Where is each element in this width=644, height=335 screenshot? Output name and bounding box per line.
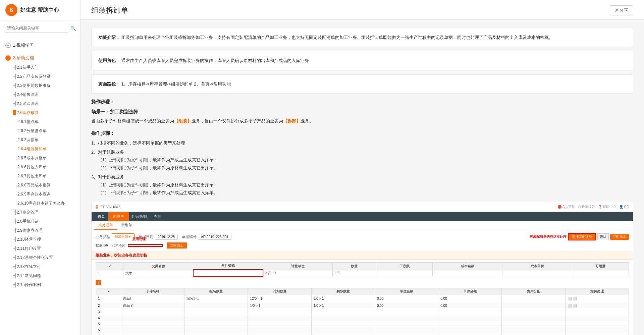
mock-top-table-container: ✓ 父类名称 父件编码 计量单位 数量 工序数 成本金额 成本单价 可用量 (92, 260, 633, 278)
plus-icon: + (13, 101, 16, 106)
mock-number-field: 单据编号 AD-20191226-001 (182, 234, 231, 240)
sidebar-item-beginner[interactable]: + 2.1新手入门 (0, 63, 80, 72)
share-button[interactable]: ↗ 分享 (610, 5, 633, 15)
sidebar-item-data-prep[interactable]: + 2.3使用前数据准备 (0, 81, 80, 90)
path-block: 页面路径： 1、库存核算->库存管理->组装拆卸单 2、首页->常用功能 (91, 74, 633, 94)
mock-parent-code-cell[interactable] (193, 270, 263, 277)
mock-bottom-table: ✓ 子件名称 组装数量 计划数量 实际数量 单位金额 单件金额 费用分配 如何处… (96, 288, 629, 335)
mock-section-annotation: 组装业务、拆卸业务在这里切换 (96, 253, 147, 258)
mock-nav-new[interactable]: 新增单 (108, 212, 129, 221)
sidebar: 6 好生意 帮助中心 🔍 + 1.视频学习 − 2.帮助文档 + 2.1新手入门 (0, 0, 80, 335)
mock-type-select[interactable]: 组装拆卸▼ (112, 233, 135, 240)
mock-apply-btn[interactable]: 立即完工 (167, 242, 187, 248)
mock-bom-section: 有装配清单的在这里处理 选择装配清单 确认 立即完工 (530, 233, 629, 240)
mock-number-value[interactable]: AD-20191226-001 (198, 234, 231, 240)
logo-icon: 6 (5, 4, 17, 16)
plus-icon: + (13, 246, 16, 251)
sidebar-item-inventory[interactable]: − 2.6库存核算 (0, 108, 80, 117)
ops-steps2-title: 操作步骤： (91, 130, 633, 136)
steps-list: 1、根据不同的业务，选择不同单据的类型来处理 2、对于组装业务 （1）上部明细为… (91, 139, 633, 197)
mock-top-bar: 6 TEST-H002 🔴 App下载 ⬡ 检测报告 ❓ 帮助中心 👤 CC (92, 202, 633, 212)
sidebar-item-print[interactable]: + 2.11打印设置 (0, 244, 80, 253)
minus-icon: − (5, 55, 11, 61)
mock-warehouse-section: 领料仓库 启用处理 (112, 243, 163, 248)
plus-icon: + (13, 228, 16, 233)
mock-finish-btn[interactable]: 立即完工 (610, 234, 629, 240)
scene1-title: 场景一：加工类型选择 (91, 109, 633, 115)
sidebar-item-faq[interactable]: + 2.14常见问题 (0, 271, 80, 280)
plus-icon: + (13, 264, 16, 269)
sidebar-item-settings[interactable]: + 2.12系统个性化设置 (0, 253, 80, 262)
mock-select-bom-btn[interactable]: 选择装配清单 (568, 233, 596, 240)
path-text: 1、库存核算->库存管理->组装拆卸单 2、首页->常用功能 (121, 81, 231, 87)
step2-1: （1）上部明细为父件明细，最终作为产成品生成其它入库单； (98, 156, 633, 164)
logo-text: 好生意 帮助中心 (20, 7, 59, 14)
nav-section-1: + 1.视频学习 (0, 39, 80, 52)
role-label: 使用角色： (98, 58, 120, 63)
sidebar-item-operations[interactable]: + 2.10经营管理 (0, 235, 80, 244)
table-row: 1 商品1 组装2+1 12/0 > 1 6/0 > 1 0.00 0.00 ⬜… (96, 295, 629, 302)
sidebar-item-install[interactable]: + 2.2产品安装及登录 (0, 72, 80, 81)
sidebar-item-other-in[interactable]: 2.6.6其他入库单 (0, 163, 80, 172)
mock-warehouse-input[interactable] (128, 244, 163, 247)
mock-tab-unprocessed[interactable]: 未处理单 (94, 221, 117, 230)
role-text: 通常由生产人员或库管人员完成拆装业务的操作，库管人员确认原材料的出库和产成品的入… (121, 58, 309, 63)
sidebar-item-sales[interactable]: + 2.4销售管理 (0, 90, 80, 99)
sidebar-item-purchase[interactable]: + 2.5采购管理 (0, 99, 80, 108)
search-input[interactable] (4, 24, 69, 33)
sidebar-item-inventory-query[interactable]: 2.6.9库存账本查询 (0, 190, 80, 199)
table-row: 7 (96, 333, 629, 335)
sidebar-item-assembly[interactable]: 2.6.4组装拆卸单 (0, 145, 80, 154)
plus-icon: + (13, 282, 16, 287)
sidebar-item-cases[interactable]: + 2.15操作案例 (0, 280, 80, 289)
plus-icon: + (13, 237, 16, 242)
mock-nav-inventory[interactable]: 库存 (150, 212, 164, 221)
mock-col-cost-amount: 成本金额 (433, 263, 502, 270)
mock-expand-btn[interactable]: ↕ (96, 280, 101, 285)
mock-nav-home[interactable]: 首页 (94, 212, 108, 221)
step3-1: （1）上部明细为父件明细，最终作为原材料生成其它出库单； (98, 181, 633, 189)
plus-icon: + (13, 273, 16, 278)
mock-type-label: 业务类型 (96, 234, 110, 239)
sidebar-item-inventory-error[interactable]: 2.6.10库存账本错了怎么办 (0, 199, 80, 208)
step2-2: （2）下部明细为子件明细，最终作为原材料生成其它出库单。 (98, 164, 633, 172)
sidebar-item-mobile[interactable]: + 2.8手机旺铺 (0, 217, 80, 226)
sidebar-item-transfer[interactable]: 2.6.3调拨单 (0, 135, 80, 145)
mock-sub-tabs: 未处理单 新增单 (92, 221, 633, 230)
mock-confirm-btn[interactable]: 确认 (597, 233, 609, 240)
mock-col-parent-code: 父件编码 (193, 263, 263, 270)
sidebar-item-video[interactable]: + 1.视频学习 (0, 40, 80, 50)
sidebar-item-finance[interactable]: + 2.7资金管理 (0, 208, 80, 217)
sidebar-item-coupon[interactable]: + 2.9优惠券管理 (0, 226, 80, 235)
table-row: 5 (96, 321, 629, 327)
sidebar-item-other-out[interactable]: 2.6.7其他出库单 (0, 172, 80, 181)
mock-section-header: 组装业务、拆卸业务在这里切换 (92, 252, 633, 260)
mock-warehouse-label: 领料仓库 (112, 244, 125, 247)
plus-icon: + (13, 83, 16, 88)
plus-icon: + (13, 65, 16, 70)
table-row: 4 (96, 315, 629, 321)
mock-qty-value: 1/6 (103, 243, 108, 247)
search-button[interactable]: 🔍 (70, 26, 76, 31)
mock-nav-icons: 🔴 App下载 ⬡ 检测报告 ❓ 帮助中心 👤 CC (557, 205, 629, 209)
sidebar-item-payment[interactable]: + 2.13在线支付 (0, 262, 80, 271)
mock-tab-new[interactable]: 新增单 (117, 221, 136, 230)
step3: 3、对于拆卖业务 (91, 173, 633, 181)
mock-col-process: 工序数 (376, 263, 433, 270)
sidebar-item-inventory-count[interactable]: 2.6.1盘点单 (0, 117, 80, 126)
path-label: 页面路径： (98, 81, 120, 87)
mock-bottom-table-container: ↕ ✓ 子件名称 组装数量 计划数量 实际数量 单位金额 单件金额 (92, 278, 633, 335)
sidebar-item-help-docs[interactable]: − 2.帮助文档 (0, 53, 80, 63)
mock-nav-assembly[interactable]: 组装拆卸 (129, 212, 150, 221)
mock-date-value[interactable]: 2019-12-28 (155, 234, 178, 240)
mock-warehouse-annotation: 启用处理 (132, 237, 146, 241)
sidebar-item-cost-recalc[interactable]: 2.6.8商品成本重算 (0, 181, 80, 190)
sidebar-item-inventory-count2[interactable]: 2.6.2分量盘点单 (0, 126, 80, 135)
plus-icon: + (13, 92, 16, 97)
sidebar-header: 6 好生意 帮助中心 (0, 0, 80, 20)
page-title: 组装拆卸单 (91, 5, 128, 15)
table-row: 1 关木 3个/十1 1/6 (96, 270, 629, 277)
sidebar-item-cost-adjust[interactable]: 2.6.5成本调整单 (0, 154, 80, 163)
function-intro-label: 功能介绍： (98, 35, 120, 40)
step1: 1、根据不同的业务，选择不同单据的类型来处理 (91, 139, 633, 147)
